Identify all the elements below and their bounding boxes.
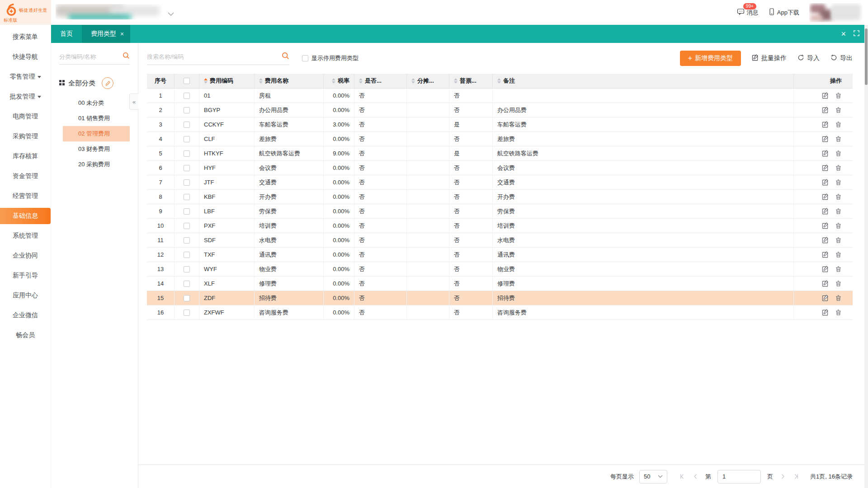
category-search-input[interactable] bbox=[59, 53, 113, 60]
edit-row-button[interactable] bbox=[822, 266, 829, 272]
row-checkbox[interactable] bbox=[184, 310, 190, 316]
row-checkbox[interactable] bbox=[184, 266, 190, 272]
edit-row-button[interactable] bbox=[822, 121, 829, 128]
edit-row-button[interactable] bbox=[822, 280, 829, 287]
select-all-checkbox[interactable] bbox=[184, 78, 190, 84]
show-disabled-checkbox[interactable]: 显示停用费用类型 bbox=[302, 54, 359, 62]
sidebar-item-wholesale[interactable]: 批发管理 bbox=[0, 87, 51, 107]
edit-row-button[interactable] bbox=[822, 136, 829, 142]
export-button[interactable]: 导出 bbox=[830, 54, 853, 62]
sidebar-item-operations[interactable]: 经营管理 bbox=[0, 186, 51, 206]
delete-row-button[interactable] bbox=[835, 280, 842, 287]
next-page-button[interactable] bbox=[779, 473, 786, 480]
table-row[interactable]: 11SDF水电费0.00%否否水电费 bbox=[147, 233, 853, 248]
collapse-panel-button[interactable]: « bbox=[129, 94, 138, 110]
sidebar-item-basic-info[interactable]: 基础信息 bbox=[0, 208, 51, 224]
sidebar-item-search-menu[interactable]: 搜索菜单 bbox=[0, 27, 51, 47]
column-header-tax[interactable]: 税率 bbox=[324, 74, 354, 88]
category-item-sales-expense[interactable]: 01 销售费用 bbox=[63, 111, 130, 126]
edit-row-button[interactable] bbox=[822, 237, 829, 244]
row-checkbox[interactable] bbox=[184, 179, 190, 186]
delete-row-button[interactable] bbox=[835, 222, 842, 229]
tab-close-icon[interactable]: × bbox=[120, 31, 124, 37]
delete-row-button[interactable] bbox=[835, 121, 842, 128]
category-root-row[interactable]: 全部分类 bbox=[59, 77, 130, 89]
table-row[interactable]: 15ZDF招待费0.00%否否招待费 bbox=[147, 291, 853, 305]
table-row[interactable]: 6HYF会议费0.00%否否会议费 bbox=[147, 161, 853, 175]
table-row[interactable]: 14XLF修理费0.00%否否修理费 bbox=[147, 277, 853, 291]
delete-row-button[interactable] bbox=[835, 164, 842, 171]
import-button[interactable]: 导入 bbox=[797, 54, 820, 62]
per-page-select[interactable]: 50 bbox=[639, 470, 667, 483]
user-avatar-redacted[interactable] bbox=[809, 3, 863, 22]
sidebar-item-app-center[interactable]: 应用中心 bbox=[0, 286, 51, 305]
edit-row-button[interactable] bbox=[822, 164, 829, 171]
sidebar-item-inventory[interactable]: 库存核算 bbox=[0, 146, 51, 166]
row-checkbox[interactable] bbox=[184, 208, 190, 215]
tab-home[interactable]: 首页 bbox=[51, 25, 82, 43]
delete-row-button[interactable] bbox=[835, 266, 842, 272]
edit-row-button[interactable] bbox=[822, 208, 829, 215]
column-header-remark[interactable]: 备注 bbox=[493, 74, 794, 88]
chevron-down-icon[interactable] bbox=[168, 10, 174, 18]
row-checkbox[interactable] bbox=[184, 107, 190, 113]
close-all-tabs-icon[interactable]: × bbox=[841, 30, 846, 38]
app-download-button[interactable]: App下载 bbox=[769, 8, 799, 17]
row-checkbox[interactable] bbox=[184, 223, 190, 229]
search-icon[interactable] bbox=[123, 52, 130, 61]
column-header-check[interactable] bbox=[175, 74, 199, 88]
checkbox-icon[interactable] bbox=[302, 55, 308, 61]
company-name-redacted[interactable] bbox=[56, 4, 162, 19]
add-expense-type-button[interactable]: + 新增费用类型 bbox=[680, 51, 741, 66]
delete-row-button[interactable] bbox=[835, 150, 842, 157]
edit-row-button[interactable] bbox=[822, 309, 829, 316]
category-item-finance-expense[interactable]: 03 财务费用 bbox=[63, 141, 130, 157]
table-row[interactable]: 2BGYP办公用品费0.00%否否办公用品费 bbox=[147, 103, 853, 117]
sidebar-item-member[interactable]: 畅会员 bbox=[0, 325, 51, 345]
sidebar-item-retail[interactable]: 零售管理 bbox=[0, 67, 51, 87]
edit-row-button[interactable] bbox=[822, 150, 829, 157]
delete-row-button[interactable] bbox=[835, 179, 842, 186]
delete-row-button[interactable] bbox=[835, 309, 842, 316]
table-row[interactable]: 9LBF劳保费0.00%否否劳保费 bbox=[147, 204, 853, 219]
table-row[interactable]: 7JTF交通费0.00%否否交通费 bbox=[147, 175, 853, 190]
table-row[interactable]: 101房租0.00%否否 bbox=[147, 89, 853, 103]
first-page-button[interactable] bbox=[679, 473, 686, 480]
edit-row-button[interactable] bbox=[822, 179, 829, 186]
table-row[interactable]: 13WYF物业费0.00%否否物业费 bbox=[147, 262, 853, 277]
edit-categories-button[interactable] bbox=[102, 77, 113, 89]
delete-row-button[interactable] bbox=[835, 208, 842, 215]
row-checkbox[interactable] bbox=[184, 237, 190, 244]
sidebar-item-system[interactable]: 系统管理 bbox=[0, 226, 51, 246]
row-checkbox[interactable] bbox=[184, 281, 190, 287]
page-scrollbar[interactable] bbox=[864, 25, 868, 488]
scrollbar-thumb[interactable] bbox=[865, 28, 868, 85]
table-row[interactable]: 10PXF培训费0.00%否否培训费 bbox=[147, 219, 853, 233]
edit-row-button[interactable] bbox=[822, 251, 829, 258]
fullscreen-icon[interactable] bbox=[853, 30, 860, 38]
row-checkbox[interactable] bbox=[184, 252, 190, 258]
table-row[interactable]: 8KBF开办费0.00%否否开办费 bbox=[147, 190, 853, 204]
batch-actions-button[interactable]: 批量操作 bbox=[752, 54, 787, 62]
messages-button[interactable]: 消息 99+ bbox=[737, 8, 759, 17]
row-checkbox[interactable] bbox=[184, 295, 190, 301]
row-checkbox[interactable] bbox=[184, 194, 190, 200]
sidebar-item-collaboration[interactable]: 企业协同 bbox=[0, 246, 51, 266]
edit-row-button[interactable] bbox=[822, 107, 829, 113]
row-checkbox[interactable] bbox=[184, 93, 190, 99]
table-row[interactable]: 5HTKYF航空铁路客运费9.00%否是航空铁路客运费 bbox=[147, 146, 853, 161]
row-checkbox[interactable] bbox=[184, 122, 190, 128]
delete-row-button[interactable] bbox=[835, 136, 842, 142]
edit-row-button[interactable] bbox=[822, 222, 829, 229]
sidebar-item-onboarding[interactable]: 新手引导 bbox=[0, 266, 51, 286]
delete-row-button[interactable] bbox=[835, 251, 842, 258]
edit-row-button[interactable] bbox=[822, 92, 829, 99]
category-item-purchase-expense[interactable]: 20 采购费用 bbox=[63, 157, 130, 172]
column-header-code[interactable]: 费用编码 bbox=[199, 74, 255, 88]
sidebar-item-purchase[interactable]: 采购管理 bbox=[0, 127, 51, 146]
edit-row-button[interactable] bbox=[822, 295, 829, 301]
edit-row-button[interactable] bbox=[822, 193, 829, 200]
last-page-button[interactable] bbox=[793, 473, 799, 480]
delete-row-button[interactable] bbox=[835, 295, 842, 301]
delete-row-button[interactable] bbox=[835, 193, 842, 200]
